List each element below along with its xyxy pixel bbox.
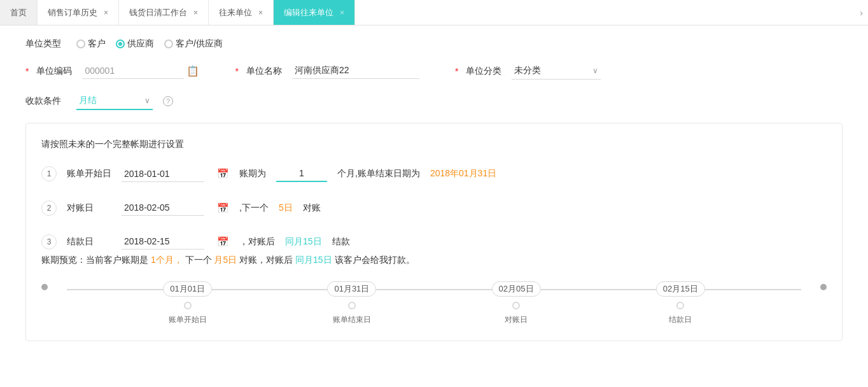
step-1-num: 1 [41,166,57,181]
payment-arrow-icon: ∨ [144,96,150,105]
step-3-calendar-icon[interactable]: 📅 [217,236,229,248]
category-select[interactable]: 未分类 ∨ [512,62,601,80]
timeline-label-1: 账单开始日 [169,314,207,325]
step-2-label: 对账日 [67,202,111,214]
tab-nav-right[interactable]: › [860,0,868,25]
tab-cash-work-label: 钱货日清工作台 [129,7,187,18]
step-2-highlight: 5日 [279,202,293,214]
step-1-date[interactable] [122,166,204,182]
radio-customer[interactable]: 客户 [76,38,106,50]
step-2-suffix-post: 对账 [303,202,321,214]
step-3-row: 3 结款日 📅 ，对账后 同月15日 结款 [41,234,827,250]
preview-prefix: 账期预览：当前客户账期是 [41,255,148,265]
preview-period: 1个月， [151,255,183,265]
payment-label: 收款条件 [25,95,61,107]
step-2-calendar-icon[interactable]: 📅 [217,202,229,214]
timeline-badge-3: 02月05日 [492,281,541,297]
preview-reconcile: 月5日 [214,255,237,265]
main-content: 单位类型 客户 供应商 客户/供应商 * 单位编码 📋 [0,25,868,387]
unit-type-row: 单位类型 客户 供应商 客户/供应商 [25,38,843,50]
preview-payment: 同月15日 [295,255,332,265]
tab-partners[interactable]: 往来单位 × [209,0,274,25]
radio-supplier-label: 供应商 [127,38,154,50]
step-2-row: 2 对账日 📅 ,下一个 5日 对账 [41,200,827,216]
payment-value: 月结 [79,95,142,106]
name-input[interactable] [292,63,419,79]
tab-cash-work[interactable]: 钱货日清工作台 × [119,0,209,25]
step-3-num: 3 [41,234,57,250]
step-3-suffix-pre: ，对账后 [239,236,275,248]
name-required-star: * [235,66,238,76]
payment-help-icon[interactable]: ? [163,96,173,106]
timeline-badge-4: 02月15日 [656,281,705,297]
tab-partners-close[interactable]: × [258,8,263,17]
timeline-cap-right-dot [820,284,827,290]
step-3-label: 结款日 [67,236,111,248]
tab-edit-partner[interactable]: 编辑往来单位 × [274,0,355,25]
tab-sales-history-close[interactable]: × [104,8,108,17]
step-1-suffix-pre: 账期为 [239,168,266,179]
timeline-left-cap [41,281,48,290]
timeline-badge-2: 01月31日 [327,281,376,297]
timeline-badge-1: 01月01日 [163,281,212,297]
timeline-dot-4 [676,302,684,309]
step-2-date[interactable] [122,200,204,216]
timeline-point-2: 01月31日 账单结束日 [327,281,376,325]
timeline-dot-2 [348,302,356,309]
radio-customer-label: 客户 [88,38,106,50]
step-1-label: 账单开始日 [67,168,111,179]
step-3-date[interactable] [122,234,204,250]
timeline-dot-1 [184,302,192,309]
step-2-num: 2 [41,201,57,216]
step-2-suffix-pre: ,下一个 [239,202,269,214]
tab-bar: 首页 销售订单历史 × 钱货日清工作台 × 往来单位 × 编辑往来单位 × › [0,0,868,25]
radio-both-circle [164,39,173,48]
timeline-label-3: 对账日 [505,314,528,325]
timeline-label-4: 结款日 [669,314,692,325]
tab-sales-history[interactable]: 销售订单历史 × [38,0,119,25]
tab-home[interactable]: 首页 [0,0,38,25]
timeline-right-cap [820,281,827,290]
billing-cycle-card: 请按照未来的一个完整帐期进行设置 1 账单开始日 📅 账期为 个月,账单结束日期… [25,123,843,341]
code-input-wrap: 📋 [82,63,199,79]
payment-select[interactable]: 月结 ∨ [76,92,153,110]
step-1-period-input[interactable] [276,165,327,182]
code-field-group: * 单位编码 📋 [25,63,199,79]
timeline: 01月01日 账单开始日 01月31日 账单结束日 02月05日 对账日 [41,281,827,325]
radio-both[interactable]: 客户/供应商 [164,38,223,50]
tab-home-label: 首页 [10,7,27,18]
code-required-star: * [25,66,29,76]
timeline-point-4: 02月15日 结款日 [656,281,705,325]
timeline-point-3: 02月05日 对账日 [492,281,541,325]
tab-edit-partner-label: 编辑往来单位 [284,7,333,18]
radio-customer-circle [76,39,85,48]
radio-supplier[interactable]: 供应商 [116,38,154,50]
step-1-row: 1 账单开始日 📅 账期为 个月,账单结束日期为 2018年01月31日 [41,165,827,182]
payment-row: 收款条件 月结 ∨ ? [25,92,843,110]
code-copy-icon[interactable]: 📋 [186,65,199,77]
timeline-label-2: 账单结束日 [333,314,371,325]
unit-type-label: 单位类型 [25,38,61,50]
card-instruction: 请按照未来的一个完整帐期进行设置 [41,139,827,150]
timeline-point-1: 01月01日 账单开始日 [163,281,212,325]
step-1-calendar-icon[interactable]: 📅 [217,168,229,179]
preview-text: 账期预览：当前客户账期是 1个月， 下一个 月5日 对账，对账后 同月15日 该… [41,255,827,266]
radio-both-label: 客户/供应商 [176,38,223,50]
category-arrow: ∨ [592,66,598,75]
code-input[interactable] [82,63,184,79]
category-label: 单位分类 [466,66,501,77]
timeline-points: 01月01日 账单开始日 01月31日 账单结束日 02月05日 对账日 [41,281,827,325]
category-field-group: * 单位分类 未分类 ∨ [455,62,601,80]
name-label: 单位名称 [246,66,282,77]
tab-edit-partner-close[interactable]: × [340,8,344,17]
radio-supplier-circle [116,39,125,48]
category-value: 未分类 [514,65,590,76]
help-icon-text: ? [166,97,170,105]
timeline-cap-left-dot [41,284,48,290]
tab-partners-label: 往来单位 [219,7,252,18]
code-label: 单位编码 [36,66,72,77]
tab-sales-history-label: 销售订单历史 [48,7,97,18]
category-required-star: * [455,66,458,76]
tab-cash-work-close[interactable]: × [193,8,198,17]
preview-suffix: 该客户会给我打款。 [335,255,415,265]
